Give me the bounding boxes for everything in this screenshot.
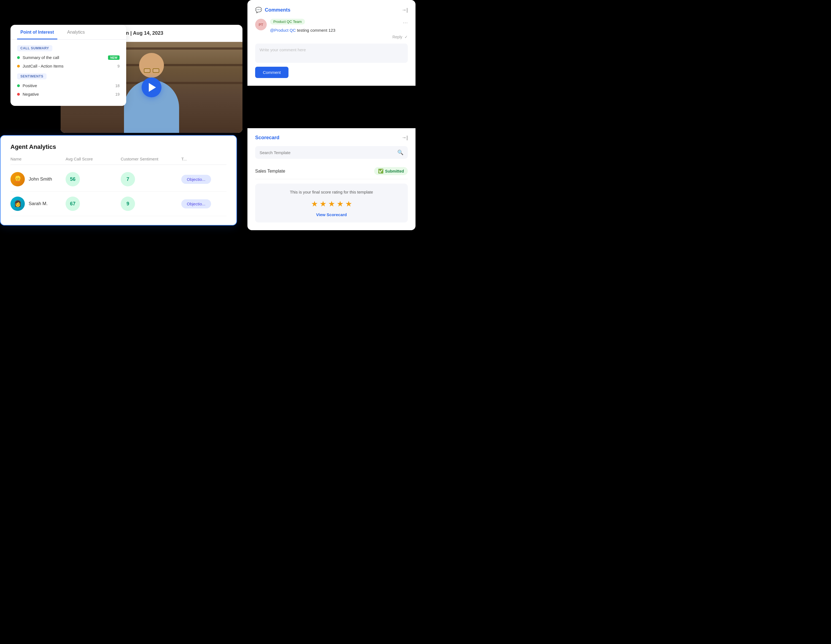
positive-dot-icon [17, 84, 20, 87]
submitted-label: Submitted [385, 169, 404, 174]
comment-input[interactable]: Write your comment here [255, 43, 408, 63]
col-other: T... [181, 156, 226, 161]
poi-positive-left: Positive [17, 83, 37, 88]
stars-row: ★ ★ ★ ★ ★ [261, 199, 402, 209]
table-header: Name Avg Call Score Customer Sentiment T… [11, 156, 226, 165]
poi-content: CALL SUMMARY Summary of the call NEW Jus… [11, 40, 126, 97]
score-info-box: This is your final score rating for this… [255, 183, 408, 223]
poi-positive: Positive 18 [17, 83, 119, 88]
comments-header-left: 💬 Comments [255, 6, 290, 13]
sarah-score-cell: 67 [65, 196, 121, 211]
table-row: 👩 Sarah M. 67 9 Objectio... [11, 191, 226, 216]
comments-title: Comments [265, 7, 290, 13]
sarah-sentiment: 9 [121, 196, 135, 211]
play-icon [149, 83, 156, 92]
negative-count: 19 [115, 92, 119, 97]
search-template-row[interactable]: 🔍 [255, 146, 408, 159]
sarah-sentiment-cell: 9 [121, 196, 181, 211]
comment-reply-row: Reply ✓ [270, 35, 408, 39]
comments-panel: 💬 Comments →| PT Product QC Team ⋯ @Prod… [247, 0, 416, 86]
star-5: ★ [345, 199, 352, 209]
poi-negative: Negative 19 [17, 92, 119, 97]
john-tag: Objectio... [181, 175, 211, 184]
play-button[interactable] [142, 78, 161, 97]
positive-count: 18 [115, 83, 119, 88]
sentiments-badge: SENTIMENTS [17, 73, 46, 80]
view-scorecard-button[interactable]: View Scorecard [261, 212, 402, 217]
poi-summary-label: Summary of the call [22, 55, 59, 60]
sarah-score: 67 [65, 196, 80, 211]
submitted-badge: ✅ Submitted [374, 167, 408, 175]
agent-analytics-panel: Agent Analytics Name Avg Call Score Cust… [0, 135, 237, 225]
table-row: 👱 John Smith 56 7 Objectio... [11, 167, 226, 191]
star-2: ★ [320, 199, 326, 209]
comment-submit-button[interactable]: Comment [255, 67, 288, 78]
poi-negative-left: Negative [17, 92, 39, 97]
star-4: ★ [337, 199, 344, 209]
analytics-title: Agent Analytics [11, 143, 226, 150]
star-3: ★ [328, 199, 335, 209]
poi-panel: Point of Interest Analytics CALL SUMMARY… [11, 25, 126, 106]
john-sentiment: 7 [121, 172, 135, 187]
tab-point-of-interest[interactable]: Point of Interest [17, 25, 57, 40]
poi-item-summary: Summary of the call NEW [17, 55, 119, 60]
star-1: ★ [311, 199, 318, 209]
col-sentiment: Customer Sentiment [121, 156, 181, 161]
col-avg-score: Avg Call Score [65, 156, 121, 161]
search-icon: 🔍 [397, 150, 403, 156]
search-template-input[interactable] [259, 150, 397, 155]
glasses [144, 69, 159, 73]
scorecard-panel: Scorecard →| 🔍 Sales Template ✅ Submitte… [247, 128, 416, 230]
green-dot-icon [17, 56, 20, 59]
comment-text: @Product QC testing comment 123 [270, 28, 408, 32]
scorecard-title: Scorecard [255, 135, 279, 140]
scorecard-expand-icon[interactable]: →| [401, 135, 408, 140]
more-options-icon[interactable]: ⋯ [403, 19, 408, 26]
mention: @Product QC [270, 28, 296, 32]
glasses-left [144, 69, 150, 73]
avatar-john: 👱 [11, 172, 25, 187]
col-name: Name [11, 156, 65, 161]
john-score: 56 [65, 172, 80, 187]
submitted-check-icon: ✅ [378, 169, 384, 174]
john-sentiment-cell: 7 [121, 172, 181, 187]
comments-icon: 💬 [255, 6, 262, 13]
reply-button[interactable]: Reply [392, 35, 402, 39]
reply-check-icon: ✓ [404, 35, 408, 39]
person-head [139, 53, 164, 78]
call-summary-badge: CALL SUMMARY [17, 45, 53, 51]
poi-action-label: JustCall - Action Items [22, 64, 64, 69]
glasses-right [153, 69, 159, 73]
template-name: Sales Template [255, 169, 285, 174]
john-name: John Smith [29, 177, 52, 182]
poi-tabs: Point of Interest Analytics [11, 25, 126, 40]
team-tag: Product QC Team [270, 19, 305, 24]
avatar-sarah: 👩 [11, 196, 25, 211]
sarah-name: Sarah M. [29, 201, 48, 207]
agent-john-info: 👱 John Smith [11, 172, 65, 187]
orange-dot-icon [17, 65, 20, 67]
avatar: PT [255, 19, 267, 30]
poi-action-count: 9 [117, 64, 119, 69]
template-row: Sales Template ✅ Submitted [255, 163, 408, 179]
negative-dot-icon [17, 93, 20, 96]
sarah-tag-cell: Objectio... [181, 199, 226, 209]
positive-label: Positive [22, 83, 37, 88]
scorecard-header: Scorecard →| [255, 135, 408, 140]
comments-expand-icon[interactable]: →| [401, 7, 408, 13]
sentiments-section: SENTIMENTS Positive 18 Negative 19 [17, 73, 119, 97]
comment-body: Product QC Team ⋯ @Product QC testing co… [270, 19, 408, 39]
sarah-tag: Objectio... [181, 199, 211, 209]
comment-body-text: testing comment 123 [297, 28, 335, 32]
new-badge: NEW [108, 56, 119, 60]
comments-header: 💬 Comments →| [255, 6, 408, 13]
john-tag-cell: Objectio... [181, 175, 226, 184]
poi-item-action: JustCall - Action Items 9 [17, 64, 119, 69]
score-info-text: This is your final score rating for this… [261, 189, 402, 196]
poi-item-left: Summary of the call [17, 55, 59, 60]
poi-item-left-2: JustCall - Action Items [17, 64, 64, 69]
negative-label: Negative [22, 92, 39, 97]
tab-analytics[interactable]: Analytics [64, 25, 88, 40]
agent-sarah-info: 👩 Sarah M. [11, 196, 65, 211]
comment-entry: PT Product QC Team ⋯ @Product QC testing… [255, 19, 408, 39]
